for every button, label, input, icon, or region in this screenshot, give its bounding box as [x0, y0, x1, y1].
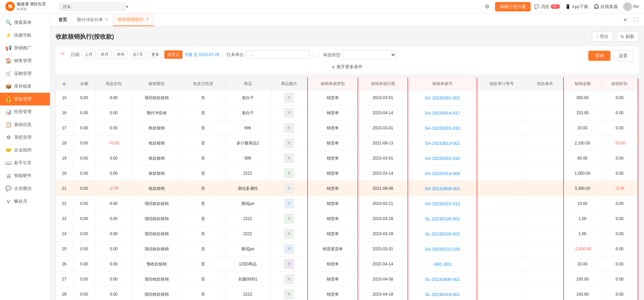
- sidebar-item-wechat[interactable]: 💬 企业微信: [0, 182, 50, 195]
- sidebar-item-system[interactable]: ⚙ 系统管理: [0, 131, 50, 144]
- td-pay-cond: [527, 105, 564, 121]
- td-bill-type: 销货单: [308, 151, 358, 166]
- sidebar-item-collab[interactable]: 🤝 企业协同: [0, 144, 50, 157]
- sidebar-item-basic-info[interactable]: 📋 基础信息: [0, 118, 50, 131]
- td-pay-cond: [527, 287, 564, 300]
- industry-btn[interactable]: 体验行业方案: [495, 2, 531, 11]
- bill-no-link[interactable]: SL-20230328-001: [425, 216, 460, 221]
- settings-btn[interactable]: 设置: [613, 50, 633, 61]
- sidebar-item-inventory[interactable]: 📦 库存核算: [0, 80, 50, 93]
- td-bill-date: 2023-03-31: [358, 242, 408, 257]
- sidebar-item-search[interactable]: 🔍 搜索菜单: [0, 16, 50, 29]
- query-btn[interactable]: 查询: [588, 51, 610, 61]
- bill-no-link[interactable]: SL-20230328-002: [425, 231, 460, 237]
- main-layout: 🔍 搜索菜单 ⚡ 快捷导航 📢 营销推广 🏠 销售管理 🛒 采购管理 📦 库存核…: [0, 13, 644, 300]
- sidebar-item-marketing[interactable]: 📢 营销推广: [0, 42, 50, 54]
- app-download-btn[interactable]: 📱 App下载: [565, 4, 588, 10]
- td-pay-cond: [527, 196, 564, 211]
- bill-no-link[interactable]: SA-20230301-001: [425, 95, 460, 100]
- last-month-btn[interactable]: 上月: [82, 50, 96, 59]
- more-btn[interactable]: 更多: [148, 50, 162, 59]
- bill-no-link[interactable]: SL-20230418-001: [425, 292, 460, 297]
- last7-btn[interactable]: 近7天: [130, 50, 146, 59]
- tab-close-all[interactable]: ✕: [621, 15, 630, 25]
- td-cash-discount: 0.00: [96, 242, 132, 257]
- refresh-btn[interactable]: ↻ 刷新: [616, 32, 639, 42]
- tab-expand[interactable]: ⛶: [631, 15, 641, 25]
- td-order-no: [477, 272, 527, 287]
- tab-verify-close[interactable]: ✕: [146, 17, 149, 22]
- td-verify-type: 现结收款核销: [132, 211, 181, 226]
- bill-no-link[interactable]: SL-20230408-001: [425, 277, 460, 282]
- this-year-btn[interactable]: 本年: [114, 50, 128, 59]
- expand-btn[interactable]: ∨ 展开更多条件: [332, 64, 363, 70]
- topbar: 畅 畅捷通 谱好生意 标准版 ▾ ⚙ 体验行业方案 💬 消息 99+ 📱 App…: [0, 0, 644, 13]
- tab-verify[interactable]: 收款核销执行 ✕: [113, 13, 154, 26]
- tab-home[interactable]: 首页: [54, 13, 72, 26]
- bill-type-select[interactable]: [342, 50, 396, 59]
- th-bill-no: 核销单据号: [408, 78, 477, 90]
- sidebar-item-finance[interactable]: 💰 资金管理: [0, 93, 50, 105]
- td-amount: 1.00: [564, 226, 601, 242]
- filter-bar: » 日期 上月 本月 本年 近7天 更多 自定义 不限 至 2023-07-26: [56, 46, 639, 74]
- sidebar-label-member: 畅会员: [14, 198, 27, 204]
- sidebar-item-guide[interactable]: 📖 新手引导: [0, 157, 50, 169]
- td-balance: 0.00: [73, 166, 96, 181]
- message-btn[interactable]: 💬 消息 99+: [534, 4, 560, 10]
- export-btn[interactable]: ↑ 导出: [592, 32, 613, 42]
- sidebar-item-hardware[interactable]: 🖨 智能硬件: [0, 169, 50, 182]
- sidebar-item-purchase[interactable]: 🛒 采购管理: [0, 67, 50, 80]
- this-month-btn[interactable]: 本月: [98, 50, 112, 59]
- user-area[interactable]: Rit: [623, 2, 639, 11]
- sidebar-item-sales[interactable]: 🏠 销售管理: [0, 54, 50, 67]
- product-img: 图: [284, 229, 294, 239]
- tab-prepay-close[interactable]: ✕: [105, 17, 108, 22]
- purchase-icon: 🛒: [5, 71, 11, 77]
- th-settings[interactable]: ⚙: [56, 78, 73, 90]
- td-balance: 0.00: [73, 257, 96, 272]
- th-product: 商品: [224, 78, 271, 90]
- td-discount: 0.00: [601, 257, 638, 272]
- filter-collapse-btn[interactable]: »: [61, 50, 64, 56]
- app-label: App下载: [572, 4, 588, 10]
- gear-icon[interactable]: ⚙: [482, 2, 492, 11]
- td-product-img: 图: [271, 181, 308, 196]
- sidebar-label-management: 经营管理: [14, 109, 32, 115]
- custom-btn[interactable]: 自定义: [164, 50, 182, 59]
- sidebar-item-nav[interactable]: ⚡ 快捷导航: [0, 29, 50, 42]
- app-icon: 📱: [565, 4, 571, 9]
- bill-no-link[interactable]: SA-20230301-010: [425, 156, 460, 161]
- bill-no-link[interactable]: SA-20210808-001: [425, 186, 460, 191]
- dropdown-chevron[interactable]: ▾: [126, 4, 128, 9]
- bill-no-link[interactable]: SA-20230321-012: [425, 201, 460, 206]
- td-included: 否: [181, 166, 224, 181]
- sidebar-item-management[interactable]: 📊 经营管理: [0, 105, 50, 118]
- bill-no-link[interactable]: SA-20210813-001: [425, 141, 460, 146]
- bill-no-link[interactable]: SA-20230314-008: [425, 171, 460, 176]
- td-product: 2222: [224, 287, 271, 300]
- bill-no-link[interactable]: ABC-001: [434, 262, 451, 267]
- td-amount: 1,000.00: [564, 166, 601, 181]
- td-amount: 100.00: [564, 272, 601, 287]
- source-input[interactable]: [246, 50, 310, 59]
- td-included: 否: [181, 90, 224, 105]
- td-pay-cond: [527, 211, 564, 226]
- bill-no-link[interactable]: SA-20230414-017: [425, 111, 460, 116]
- td-bill-type: 销货单: [308, 257, 358, 272]
- service-btn[interactable]: 🎧 在线客服: [594, 4, 618, 10]
- td-amount: 3,390.00: [564, 181, 601, 196]
- td-product-img: 图: [271, 287, 308, 300]
- sidebar-item-member[interactable]: V 畅会员: [0, 195, 50, 208]
- search-input[interactable]: [59, 3, 126, 11]
- td-cash-discount: 0.00: [96, 151, 132, 166]
- td-verify-type: 现结收款核销: [132, 287, 181, 300]
- product-img: 图: [284, 199, 294, 208]
- marketing-icon: 📢: [5, 45, 11, 51]
- bill-no-link[interactable]: SA-20230331-026: [425, 247, 460, 252]
- table-row: 15 0.00 0.00 现结收款核销 否 老白干 图 销货单 2023-03-…: [56, 90, 638, 105]
- bill-type-filter: 单据类型: [323, 50, 396, 59]
- bill-no-link[interactable]: SA-20230301-010: [425, 126, 460, 131]
- tab-prepay[interactable]: 预付冲应付单 ✕: [72, 13, 113, 26]
- td-product: 999: [224, 121, 271, 136]
- basic-info-icon: 📋: [5, 122, 11, 128]
